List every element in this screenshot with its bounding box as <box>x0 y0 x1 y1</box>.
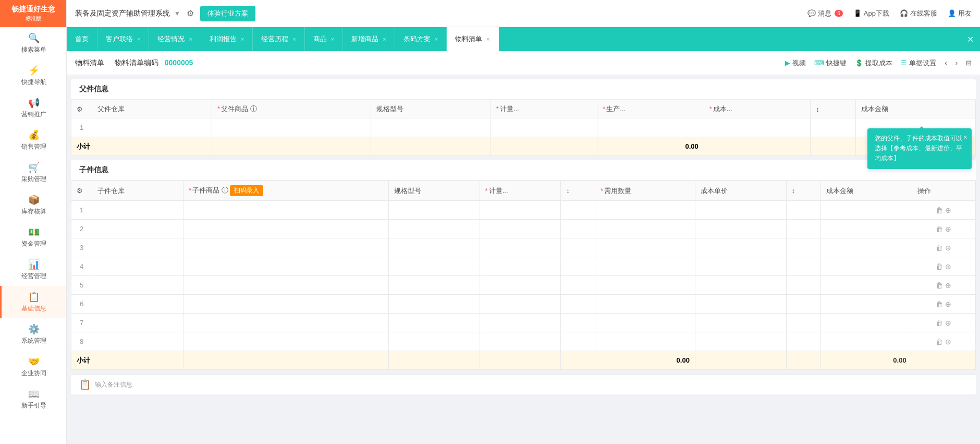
parent-cost-cell[interactable] <box>704 118 811 137</box>
copy-icon-1[interactable]: ⊕ <box>945 206 951 214</box>
action-shortcut[interactable]: ⌨ 快捷键 <box>814 58 847 68</box>
parent-produce-cell[interactable] <box>597 118 704 137</box>
child-unit-cost-7[interactable] <box>695 314 786 332</box>
child-spec-3[interactable] <box>388 238 480 257</box>
tab-bom-close[interactable]: × <box>486 36 489 42</box>
sidebar-item-management[interactable]: 📊 经营管理 <box>0 254 66 286</box>
tab-history[interactable]: 经营历程 × <box>253 27 304 51</box>
child-unit-cost-1[interactable] <box>695 201 786 220</box>
sidebar-item-search[interactable]: 🔍 搜索菜单 <box>0 27 66 59</box>
tab-profit[interactable]: 利润报告 × <box>201 27 253 51</box>
child-goods-7[interactable] <box>183 314 388 332</box>
note-placeholder[interactable]: 输入备注信息 <box>95 380 132 389</box>
child-unit-cost-2[interactable] <box>695 220 786 238</box>
tab-bom[interactable]: 物料清单 × <box>447 27 498 51</box>
sidebar-item-purchase[interactable]: 🛒 采购管理 <box>0 157 66 189</box>
child-unit-3[interactable] <box>480 238 561 257</box>
copy-icon-4[interactable]: ⊕ <box>945 262 951 271</box>
child-qty-2[interactable] <box>595 220 695 238</box>
sidebar-item-guide[interactable]: 📖 新手引导 <box>0 383 66 415</box>
delete-icon-5[interactable]: 🗑 <box>936 281 943 290</box>
tab-new-goods[interactable]: 新增商品 × <box>343 27 395 51</box>
child-spec-7[interactable] <box>388 314 480 332</box>
child-spec-6[interactable] <box>388 295 480 314</box>
child-unit-cost-5[interactable] <box>695 276 786 295</box>
trial-button[interactable]: 体验行业方案 <box>200 6 255 21</box>
child-qty-4[interactable] <box>595 257 695 276</box>
child-warehouse-3[interactable] <box>92 238 183 257</box>
action-cost[interactable]: 💲 提取成本 <box>855 58 892 68</box>
child-warehouse-2[interactable] <box>92 220 183 238</box>
nav-prev[interactable]: ‹ <box>945 59 947 67</box>
child-warehouse-1[interactable] <box>92 201 183 220</box>
app-download-item[interactable]: 📱 App下载 <box>853 9 889 18</box>
child-col-settings[interactable]: ⚙ <box>71 181 92 201</box>
tooltip-close-btn[interactable]: × <box>963 131 967 143</box>
copy-icon-3[interactable]: ⊕ <box>945 244 951 252</box>
sidebar-item-sales[interactable]: 💰 销售管理 <box>0 124 66 157</box>
table-view-toggle[interactable]: ⊟ <box>966 59 972 67</box>
child-qty-7[interactable] <box>595 314 695 332</box>
child-warehouse-8[interactable] <box>92 332 183 351</box>
sidebar-item-inventory[interactable]: 📦 库存核算 <box>0 189 66 221</box>
child-goods-4[interactable] <box>183 257 388 276</box>
child-unit-4[interactable] <box>480 257 561 276</box>
sidebar-item-marketing[interactable]: 📢 营销推广 <box>0 92 66 124</box>
tab-barcode[interactable]: 条码方案 × <box>395 27 447 51</box>
child-goods-6[interactable] <box>183 295 388 314</box>
parent-goods-cell[interactable] <box>212 118 371 137</box>
child-unit-cost-8[interactable] <box>695 332 786 351</box>
copy-icon-2[interactable]: ⊕ <box>945 225 951 233</box>
child-warehouse-6[interactable] <box>92 295 183 314</box>
copy-icon-5[interactable]: ⊕ <box>945 281 951 290</box>
child-goods-8[interactable] <box>183 332 388 351</box>
child-spec-2[interactable] <box>388 220 480 238</box>
child-warehouse-7[interactable] <box>92 314 183 332</box>
child-goods-3[interactable] <box>183 238 388 257</box>
child-qty-8[interactable] <box>595 332 695 351</box>
copy-icon-8[interactable]: ⊕ <box>945 338 951 346</box>
tab-customer[interactable]: 客户联络 × <box>97 27 149 51</box>
delete-icon-8[interactable]: 🗑 <box>936 338 943 346</box>
tab-goods-close[interactable]: × <box>331 36 334 42</box>
delete-icon-1[interactable]: 🗑 <box>936 206 943 214</box>
tab-customer-close[interactable]: × <box>137 36 140 42</box>
child-unit-cost-3[interactable] <box>695 238 786 257</box>
parent-warehouse-cell[interactable] <box>92 118 212 137</box>
child-goods-1[interactable] <box>183 201 388 220</box>
child-qty-1[interactable] <box>595 201 695 220</box>
sidebar-item-system[interactable]: ⚙️ 系统管理 <box>0 318 66 351</box>
online-service-item[interactable]: 🎧 在线客服 <box>900 9 937 18</box>
delete-icon-6[interactable]: 🗑 <box>936 300 943 308</box>
scan-button[interactable]: 扫码录入 <box>230 185 263 196</box>
tab-history-close[interactable]: × <box>292 36 296 42</box>
settings-button[interactable]: ⚙ <box>187 8 194 18</box>
tab-operation-close[interactable]: × <box>189 36 192 42</box>
sidebar-item-basic-info[interactable]: 📋 基础信息 <box>0 286 66 318</box>
sidebar-item-enterprise[interactable]: 🤝 企业协同 <box>0 351 66 383</box>
message-item[interactable]: 💬 消息 6 <box>807 9 843 18</box>
tab-barcode-close[interactable]: × <box>435 36 438 42</box>
child-unit-1[interactable] <box>480 201 561 220</box>
child-warehouse-4[interactable] <box>92 257 183 276</box>
child-unit-7[interactable] <box>480 314 561 332</box>
parent-unit-cell[interactable] <box>491 118 597 137</box>
delete-icon-4[interactable]: 🗑 <box>936 262 943 271</box>
tab-new-goods-close[interactable]: × <box>383 36 386 42</box>
child-goods-5[interactable] <box>183 276 388 295</box>
child-spec-4[interactable] <box>388 257 480 276</box>
child-unit-8[interactable] <box>480 332 561 351</box>
action-settings[interactable]: ☰ 单据设置 <box>901 58 936 68</box>
child-unit-cost-4[interactable] <box>695 257 786 276</box>
child-warehouse-5[interactable] <box>92 276 183 295</box>
sidebar-item-finance[interactable]: 💵 资金管理 <box>0 221 66 254</box>
delete-icon-3[interactable]: 🗑 <box>936 244 943 252</box>
child-unit-2[interactable] <box>480 220 561 238</box>
tab-goods[interactable]: 商品 × <box>305 27 343 51</box>
action-view[interactable]: ▶ 视频 <box>785 58 806 68</box>
child-qty-6[interactable] <box>595 295 695 314</box>
user-item[interactable]: 👤 用友 <box>948 9 972 18</box>
tab-profit-close[interactable]: × <box>241 36 244 42</box>
sidebar-item-quick-nav[interactable]: ⚡ 快捷导航 <box>0 59 66 92</box>
child-unit-cost-6[interactable] <box>695 295 786 314</box>
